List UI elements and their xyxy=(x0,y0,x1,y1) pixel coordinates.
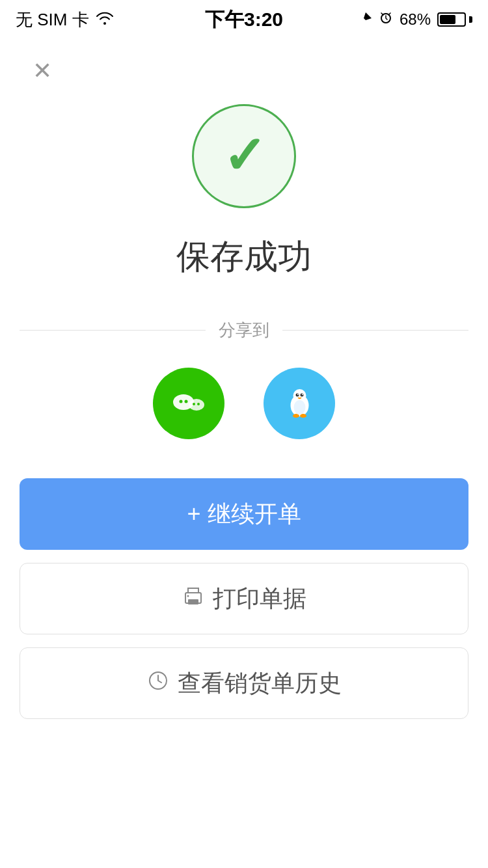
svg-point-13 xyxy=(293,414,299,418)
share-icons-row xyxy=(20,368,468,439)
carrier-text: 无 SIM 卡 xyxy=(16,8,89,31)
svg-point-18 xyxy=(187,595,189,597)
svg-point-10 xyxy=(300,393,303,396)
svg-point-11 xyxy=(297,394,298,395)
status-bar: 无 SIM 卡 下午3:20 68% xyxy=(0,0,488,39)
success-title: 保存成功 xyxy=(176,234,312,280)
history-label: 查看销货单历史 xyxy=(178,668,342,699)
success-circle: ✓ xyxy=(192,104,296,208)
share-label: 分享到 xyxy=(219,319,269,342)
svg-point-6 xyxy=(197,403,200,405)
location-icon xyxy=(359,10,372,29)
svg-point-4 xyxy=(184,400,187,403)
svg-point-3 xyxy=(179,400,182,403)
divider-right xyxy=(282,330,468,331)
main-content: ✕ ✓ 保存成功 分享到 xyxy=(0,39,488,868)
status-time: 下午3:20 xyxy=(205,7,283,33)
battery-icon xyxy=(437,12,472,27)
alarm-icon xyxy=(379,10,393,29)
qq-icon xyxy=(278,383,321,425)
action-buttons: + 继续开单 打印单据 查看销货单历史 xyxy=(20,478,468,719)
check-icon: ✓ xyxy=(223,130,266,182)
print-icon xyxy=(182,584,205,613)
status-right: 68% xyxy=(359,10,472,29)
svg-point-14 xyxy=(300,414,306,418)
close-button[interactable]: ✕ xyxy=(26,55,59,87)
share-section: 分享到 xyxy=(20,319,468,439)
battery-percentage: 68% xyxy=(400,10,431,29)
divider-left xyxy=(20,330,206,331)
wechat-share-button[interactable] xyxy=(153,368,224,439)
svg-rect-17 xyxy=(188,599,198,604)
svg-point-9 xyxy=(295,393,299,396)
svg-point-2 xyxy=(189,399,204,411)
share-divider-row: 分享到 xyxy=(20,319,468,342)
print-button[interactable]: 打印单据 xyxy=(20,563,468,634)
wifi-icon xyxy=(96,10,114,29)
qq-share-button[interactable] xyxy=(264,368,335,439)
continue-button[interactable]: + 继续开单 xyxy=(20,478,468,550)
svg-point-15 xyxy=(293,400,305,414)
svg-point-12 xyxy=(301,394,303,395)
history-button[interactable]: 查看销货单历史 xyxy=(20,647,468,719)
svg-point-5 xyxy=(193,403,195,405)
status-carrier: 无 SIM 卡 xyxy=(16,8,114,31)
history-icon xyxy=(146,669,170,698)
wechat-icon xyxy=(168,383,210,425)
close-icon: ✕ xyxy=(33,59,52,83)
print-label: 打印单据 xyxy=(213,583,306,615)
